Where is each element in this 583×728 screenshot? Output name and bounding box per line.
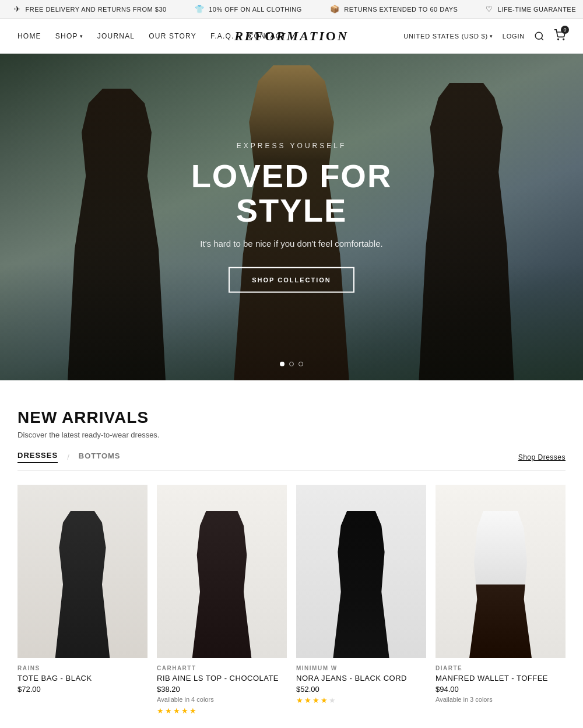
announcement-item-4: ♡ LIFE-TIME GUARANTEE [472, 5, 583, 13]
product-price-4: $94.00 [436, 685, 566, 694]
delivery-icon: ✈ [14, 5, 21, 13]
star-4: ★ [181, 706, 188, 715]
announcement-item-1: ✈ FREE DELIVERY AND RETURNS FROM $30 [0, 5, 181, 13]
svg-point-2 [558, 38, 559, 40]
product-price-1: $72.00 [17, 685, 147, 694]
product-price-3: $52.00 [296, 685, 426, 694]
star-5: ★ [189, 706, 196, 715]
product-stars-2: ★ ★ ★ ★ ★ [157, 706, 287, 715]
product-card-2[interactable]: CARHARTT RIB AINE LS TOP - CHOCOLATE $38… [157, 485, 287, 715]
region-selector[interactable]: UNITED STATES (USD $) ▾ [403, 33, 493, 40]
announcement-text-1: FREE DELIVERY AND RETURNS FROM $30 [26, 6, 167, 13]
product-colors-4: Available in 3 colors [436, 696, 566, 703]
hero-dot-3[interactable] [298, 362, 303, 366]
new-arrivals-title: NEW ARRIVALS [17, 408, 566, 427]
product-name-4: MANFRED WALLET - TOFFEE [436, 674, 566, 682]
hero-content: EXPRESS YOURSELF LOVED FOR STYLE It's ha… [146, 142, 437, 293]
product-colors-2: Available in 4 colors [157, 696, 287, 703]
product-stars-3: ★ ★ ★ ★ ★ [296, 696, 426, 705]
tabs-row: DRESSES / BOTTOMS Shop Dresses [17, 451, 566, 471]
announcement-item-3: 📦 RETURNS EXTENDED TO 60 DAYS [316, 5, 472, 13]
hero-dot-2[interactable] [289, 362, 294, 366]
product-name-1: TOTE BAG - BLACK [17, 674, 147, 682]
star-3: ★ [173, 706, 180, 715]
login-button[interactable]: LOGIN [503, 33, 525, 40]
new-arrivals-desc: Discover the latest ready-to-wear dresse… [17, 430, 566, 439]
product-name-3: NORA JEANS - BLACK CORD [296, 674, 426, 682]
announcement-text-2: 10% OFF ON ALL CLOTHING [209, 6, 302, 13]
shop-dresses-link[interactable]: Shop Dresses [518, 453, 566, 461]
announcement-item-2: 👕 10% OFF ON ALL CLOTHING [181, 5, 316, 13]
star-3: ★ [312, 696, 319, 705]
nav-shop[interactable]: SHOP ▾ [55, 32, 83, 40]
announcement-text-3: RETURNS EXTENDED TO 60 DAYS [344, 6, 458, 13]
nav-right: UNITED STATES (USD $) ▾ LOGIN 0 [403, 29, 566, 43]
returns-icon: 📦 [330, 5, 340, 13]
nav-home[interactable]: HOME [17, 32, 41, 40]
star-2: ★ [304, 696, 311, 705]
search-icon [534, 31, 545, 41]
product-image-4 [436, 485, 566, 658]
product-grid: RAINS TOTE BAG - BLACK $72.00 CARHARTT R… [17, 485, 566, 728]
svg-line-1 [541, 38, 543, 40]
nav-our-story[interactable]: OUR STORY [149, 32, 196, 40]
tabs-left: DRESSES / BOTTOMS [17, 451, 121, 463]
product-card-3[interactable]: MINIMUM W NORA JEANS - BLACK CORD $52.00… [296, 485, 426, 715]
star-4: ★ [321, 696, 328, 705]
region-chevron-icon: ▾ [490, 33, 493, 39]
hero-subtitle: EXPRESS YOURSELF [146, 142, 437, 150]
shop-chevron-icon: ▾ [80, 33, 83, 39]
header: HOME SHOP ▾ JOURNAL OUR STORY F.A.Q. CON… [0, 19, 583, 54]
star-2: ★ [165, 706, 172, 715]
product-silhouette-3 [322, 511, 401, 659]
product-brand-2: CARHARTT [157, 665, 287, 671]
star-1: ★ [157, 706, 164, 715]
star-5-empty: ★ [329, 696, 336, 705]
product-image-3 [296, 485, 426, 658]
product-silhouette-4 [462, 511, 540, 659]
announcement-text-4: LIFE-TIME GUARANTEE [498, 6, 576, 13]
product-name-2: RIB AINE LS TOP - CHOCOLATE [157, 674, 287, 682]
svg-point-3 [563, 38, 564, 40]
tab-bottoms[interactable]: BOTTOMS [79, 452, 121, 463]
hero-section: EXPRESS YOURSELF LOVED FOR STYLE It's ha… [0, 54, 583, 380]
product-image-2 [157, 485, 287, 658]
guarantee-icon: ♡ [486, 5, 493, 13]
product-brand-1: RAINS [17, 665, 147, 671]
product-price-2: $38.20 [157, 685, 287, 694]
product-silhouette-1 [44, 511, 122, 659]
star-1: ★ [296, 696, 303, 705]
product-brand-3: MINIMUM W [296, 665, 426, 671]
hero-dots [280, 362, 303, 366]
tab-dresses[interactable]: DRESSES [17, 451, 58, 463]
cart-button[interactable]: 0 [554, 29, 566, 43]
product-card-4[interactable]: DIARTE MANFRED WALLET - TOFFEE $94.00 Av… [436, 485, 566, 715]
new-arrivals-section: NEW ARRIVALS Discover the latest ready-t… [0, 380, 583, 728]
cart-count: 0 [561, 26, 569, 34]
logo[interactable]: Reformation [234, 29, 349, 44]
hero-dot-1[interactable] [280, 362, 285, 366]
hero-cta-button[interactable]: SHOP COLLECTION [229, 267, 354, 292]
hero-title: LOVED FOR STYLE [146, 159, 437, 228]
tab-separator: / [67, 453, 69, 461]
product-card-1[interactable]: RAINS TOTE BAG - BLACK $72.00 [17, 485, 147, 715]
nav-journal[interactable]: JOURNAL [97, 32, 135, 40]
nav-faq[interactable]: F.A.Q. [210, 32, 234, 40]
product-brand-4: DIARTE [436, 665, 566, 671]
product-silhouette-2 [183, 511, 261, 659]
search-button[interactable] [534, 31, 545, 41]
clothing-icon-1: 👕 [195, 5, 205, 13]
hero-description: It's hard to be nice if you don't feel c… [146, 238, 437, 248]
product-image-1 [17, 485, 147, 658]
svg-point-0 [535, 32, 542, 39]
announcement-bar: ✈ FREE DELIVERY AND RETURNS FROM $30 👕 1… [0, 0, 583, 19]
